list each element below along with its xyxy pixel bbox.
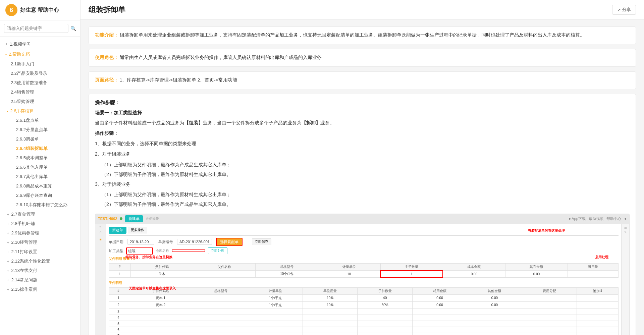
sidebar-item-label: 1.视频学习 (10, 41, 31, 47)
mock-th-parent-name: 父件名称 (193, 263, 256, 271)
function-intro-block: 功能介绍： 组装拆卸单用来处理企业组装或拆卸等加工业务，支持有固定装配清单的产品… (89, 26, 636, 44)
sidebar-item-label: 2.帮助文档 (9, 51, 30, 57)
sidebar-item-stock-query[interactable]: 2.6.9库存账本查询 (0, 191, 80, 200)
sidebar-item-cost[interactable]: 2.6.5成本调整单 (0, 153, 80, 163)
mock-status-dot (120, 217, 122, 220)
sidebar-item-label: 2.15操作案例 (11, 286, 37, 292)
sidebar-item-other-out[interactable]: 2.6.7其他出库单 (0, 172, 80, 181)
share-icon: ↗ (617, 7, 621, 12)
mock-child-detail-label: 子件明细 无固定清单可以直接在这里录入 (109, 281, 619, 285)
sidebar-item-video[interactable]: + 1.视频学习 (0, 39, 80, 49)
sidebar-item-capital[interactable]: + 2.7资金管理 (0, 210, 80, 219)
sidebar-item-online-pay[interactable]: + 2.13在线支付 (0, 266, 80, 275)
sidebar-item-goods-cost[interactable]: 2.6.8商品成本重算 (0, 181, 80, 191)
sidebar-item-stock-error[interactable]: 2.6.10库存账本错了怎么办 (0, 200, 80, 210)
sidebar-item-purchase[interactable]: 2.5采购管理 (0, 97, 80, 106)
expand-icon: + (7, 231, 9, 236)
expand-icon: + (7, 287, 9, 292)
role-label: 使用角色： (95, 55, 118, 60)
table-row: 7 (109, 333, 619, 335)
sidebar-item-assembly[interactable]: 2.6.4组装拆卸单 (0, 144, 80, 153)
table-row: 1 周料 1 1个/千克 10% 40 0.00 0.00 (109, 294, 619, 301)
sidebar-item-faq[interactable]: + 2.14常见问题 (0, 275, 80, 285)
sidebar: 6 好生意 帮助中心 🔍 + 1.视频学习 - 2.帮助文档 2.1新手入门 2… (0, 0, 80, 335)
mock-tab-new[interactable]: 新建单 (109, 227, 126, 234)
mock-th2-alloc: 费用分配 (522, 287, 577, 294)
path-text: 1、库存核算->库存管理->组装拆卸单 2、首页->常用功能 (120, 77, 237, 82)
expand-icon: + (7, 259, 9, 264)
table-row: 6 (109, 327, 619, 333)
mock-more-ops: 更多操作 (146, 216, 159, 221)
mock-date-label: 单据日期 (109, 239, 123, 244)
mock-th-available: 可用量 (568, 263, 618, 271)
sidebar-item-sales[interactable]: 2.4销售管理 (0, 88, 80, 97)
app-title: 好生意 帮助中心 (20, 7, 59, 14)
mock-th2-child-qty: 子件数量 (358, 287, 412, 294)
step2-sub1: （1）上部明细为父件明细，最终作为产成品生成其它入库单； (95, 161, 630, 169)
expand-icon: + (7, 278, 9, 283)
sidebar-item-mobile[interactable]: + 2.8手机旺铺 (0, 219, 80, 228)
search-input[interactable] (4, 24, 68, 33)
mock-new-single-btn[interactable]: 新建单 (125, 215, 143, 222)
step3-sub1: （1）上部明细为父件明细，最终作为原材料生成其它出库单； (95, 190, 630, 199)
steps-title: 操作步骤： (95, 100, 630, 106)
table-row: 3 (109, 309, 619, 315)
mock-apply-btn[interactable]: 立即处理 (208, 247, 227, 254)
sidebar-item-label: 2.12系统个性化设置 (11, 258, 50, 264)
path-block: 页面路径： 1、库存核算->库存管理->组装拆卸单 2、首页->常用功能 (89, 71, 636, 89)
sidebar-item-inventory[interactable]: - 2.6库存核算 (0, 106, 80, 116)
main-header: 组装拆卸单 ↗ 分享 (80, 0, 644, 20)
scene1-steps-title: 操作步骤： (95, 129, 630, 137)
expand-icon: + (7, 240, 9, 245)
search-icon[interactable]: 🔍 (70, 26, 76, 31)
main-area: 组装拆卸单 ↗ 分享 功能介绍： 组装拆卸单用来处理企业组装或拆卸等加工业务，支… (80, 0, 644, 335)
sidebar-item-label: 2.13在线支付 (11, 268, 37, 274)
mock-th-qty: 主子数量 (380, 263, 443, 271)
mock-number-val: AD-20191226-001 (177, 239, 212, 245)
mock-th2-unit-qty: 单位用量 (303, 287, 358, 294)
main-content: 功能介绍： 组装拆卸单用来处理企业组装或拆卸等加工业务，支持有固定装配清单的产品… (80, 20, 644, 335)
table-row: 2 周料 2 1个/千克 10% 30% 0.00 0.00 (109, 301, 619, 309)
sidebar-item-coupon[interactable]: + 2.9优惠券管理 (0, 228, 80, 238)
sidebar-item-adjust[interactable]: 2.6.3调拨单 (0, 134, 80, 144)
sidebar-item-newcomer[interactable]: 2.1新手入门 (0, 59, 80, 69)
screenshot-container: TEST-H002 新建单 更多操作 ● App下载 帮助视频 帮助中心 ● ≡… (95, 214, 630, 335)
search-box: 🔍 (0, 20, 80, 37)
sidebar-item-prepare[interactable]: 2.3使用前数据准备 (0, 78, 80, 88)
mock-th2-extra: 附加U (577, 287, 618, 294)
sidebar-item-partial[interactable]: 2.6.2分量盘点单 (0, 125, 80, 134)
collapse-icon: - (5, 52, 7, 57)
collapse-icon: - (7, 109, 8, 114)
sidebar-item-cases[interactable]: + 2.15操作案例 (0, 285, 80, 294)
sidebar-item-other-in[interactable]: 2.6.6其他入库单 (0, 163, 80, 172)
mock-th-other: 其它金额 (505, 263, 568, 271)
share-button[interactable]: ↗ 分享 (612, 5, 636, 15)
mock-type-val: 组装 (126, 247, 153, 255)
mock-th2-unit: 计量单位 (248, 287, 303, 294)
sidebar-item-label: 2.7资金管理 (11, 211, 35, 217)
mock-tab-more[interactable]: 更多操作 (128, 227, 147, 233)
mock-th2-spec: 规格型号 (193, 287, 248, 294)
mock-select-assembly-btn[interactable]: 选择装配单 (216, 238, 243, 246)
expand-icon: + (7, 268, 9, 273)
mock-warehouse-input[interactable] (172, 249, 205, 252)
mock-number-label: 单据编号 (158, 239, 173, 244)
sidebar-item-operation[interactable]: + 2.10经营管理 (0, 238, 80, 247)
role-text: 通常由生产人员或库管人员完成拆装业务的操作，库管人员确认原材料的出库和产成品的入… (120, 55, 322, 60)
step3: 3、对于拆装业务 (95, 180, 630, 188)
sidebar-item-stocktake[interactable]: 2.6.1盘点单 (0, 116, 80, 125)
mock-th2-hash: # (109, 287, 128, 294)
expand-icon: + (7, 212, 9, 217)
sidebar-item-system[interactable]: + 2.12系统个性化设置 (0, 257, 80, 266)
expand-icon: + (5, 42, 8, 47)
sidebar-item-print[interactable]: + 2.11打印设置 (0, 247, 80, 257)
mock-save-btn[interactable]: 立即保存 (252, 238, 271, 245)
mock-app-id: TEST-H002 (98, 217, 117, 221)
sidebar-item-install[interactable]: 2.2产品安装及登录 (0, 69, 80, 78)
step2-sub2: （2）下部明细为子件明细，最终作为原材料生成其它出库单。 (95, 170, 630, 179)
mock-th-hash: # (109, 263, 131, 271)
mock-th-cost: 成本金额 (443, 263, 505, 271)
sidebar-item-docs[interactable]: - 2.帮助文档 (0, 49, 80, 59)
sidebar-item-label: 2.6库存核算 (10, 108, 34, 114)
mock-th-spec: 规格型号 (256, 263, 318, 271)
